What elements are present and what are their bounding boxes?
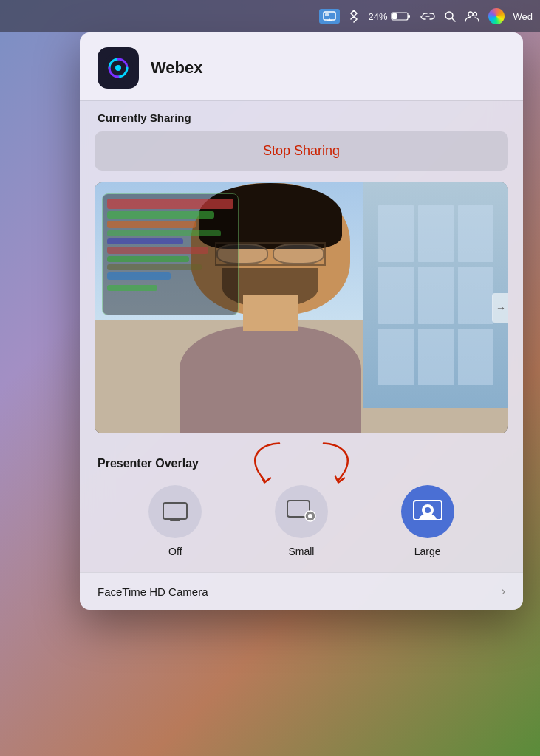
window-5 (418, 267, 454, 324)
window-2 (418, 205, 454, 263)
people-menu-item[interactable] (465, 10, 479, 22)
date-time: Wed (513, 11, 533, 22)
link-menu-item[interactable] (420, 12, 435, 21)
window-6 (458, 267, 493, 324)
svg-point-16 (425, 507, 431, 513)
overlay-option-small[interactable]: Small (275, 485, 328, 557)
svg-point-7 (473, 13, 476, 16)
scene-bg: → (95, 182, 508, 433)
widget-row-6 (107, 247, 208, 254)
stop-sharing-text: Stop Sharing (263, 143, 340, 159)
svg-point-6 (468, 12, 473, 16)
app-name: Webex (151, 58, 203, 78)
window-3 (458, 205, 493, 263)
presenter-overlay-section: Presenter Overlay Off (80, 445, 523, 572)
person-shirt (180, 326, 361, 433)
window-9 (458, 329, 493, 386)
large-icon-circle (401, 485, 454, 538)
widget-row-8 (107, 264, 202, 270)
widget-content (103, 194, 238, 315)
screen-overlay-widget (102, 193, 239, 315)
battery-status: 24% (368, 11, 411, 22)
widget-row-3 (107, 221, 196, 228)
siri-menu-item[interactable] (488, 8, 505, 24)
large-label: Large (414, 546, 441, 557)
building-right (363, 182, 508, 408)
currently-sharing-label: Currently Sharing (80, 101, 523, 131)
svg-rect-3 (392, 13, 397, 19)
window-8 (418, 329, 454, 386)
person-neck (243, 295, 298, 331)
widget-row-battery (107, 285, 157, 291)
svg-rect-4 (408, 15, 410, 18)
building-windows (378, 205, 494, 386)
widget-row-7 (107, 256, 189, 262)
small-label: Small (288, 546, 314, 557)
overlay-option-large[interactable]: Large (401, 485, 454, 557)
widget-row-4 (107, 230, 221, 236)
svg-rect-1 (325, 13, 329, 16)
svg-point-13 (308, 514, 312, 518)
camera-section[interactable]: FaceTime HD Camera › (80, 572, 523, 610)
camera-label: FaceTime HD Camera (98, 585, 208, 598)
svg-point-9 (115, 65, 121, 71)
scroll-arrow[interactable]: → (492, 293, 508, 323)
widget-row-5 (107, 238, 183, 244)
widget-row-2 (107, 211, 214, 219)
overlay-options: Off Small (98, 485, 505, 557)
off-icon-circle (148, 485, 202, 538)
panel-header: Webex (80, 32, 523, 100)
search-menu-item[interactable] (444, 10, 456, 22)
off-label: Off (168, 546, 182, 557)
small-icon-circle (275, 485, 328, 538)
widget-row-1 (107, 199, 233, 209)
presenter-overlay-label: Presenter Overlay (98, 457, 505, 470)
svg-rect-10 (163, 503, 187, 519)
stop-sharing-button[interactable]: Stop Sharing (95, 131, 508, 171)
chevron-right-icon: › (502, 585, 505, 598)
app-icon (98, 47, 139, 89)
widget-row-9 (107, 272, 171, 280)
menu-bar: 24% Wed (0, 0, 540, 32)
lens-right (273, 244, 324, 264)
screen-preview: → (95, 182, 508, 433)
screen-share-menu-icon[interactable] (319, 9, 340, 24)
bluetooth-menu-item[interactable] (349, 10, 359, 23)
overlay-option-off[interactable]: Off (148, 485, 202, 557)
webex-popup-panel: Webex Currently Sharing Stop Sharing (80, 32, 523, 610)
